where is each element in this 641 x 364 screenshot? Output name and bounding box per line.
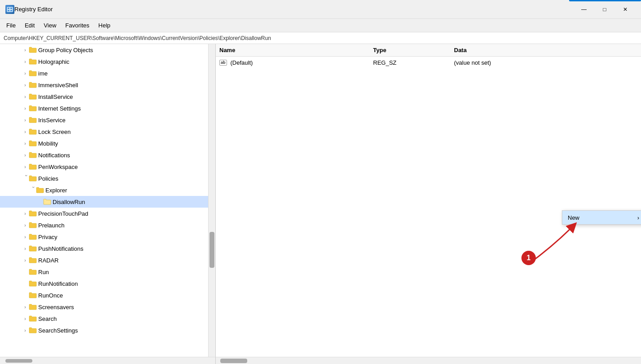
close-button[interactable]: ✕ (615, 2, 636, 17)
maximize-button[interactable]: □ (594, 2, 615, 17)
expand-icon[interactable]: › (22, 327, 29, 334)
expand-icon[interactable]: › (22, 140, 29, 147)
folder-icon (43, 198, 51, 205)
folder-icon (29, 315, 37, 322)
col-name-header: Name (216, 47, 373, 53)
tree-label: IrisService (38, 117, 66, 124)
expand-icon[interactable]: › (22, 116, 29, 124)
right-horizontal-scrollbar[interactable] (216, 357, 641, 364)
folder-icon (29, 93, 37, 100)
tree-label: Mobility (38, 140, 58, 147)
expand-icon[interactable]: › (22, 163, 29, 170)
expand-icon[interactable]: › (22, 315, 29, 322)
tree-panel[interactable]: › Group Policy Objects › Holographic › (0, 44, 216, 364)
tree-item-runonce[interactable]: › RunOnce (0, 289, 215, 301)
context-new-item[interactable]: New › (562, 211, 641, 224)
expand-icon[interactable]: › (22, 257, 29, 264)
right-hscroll-thumb[interactable] (220, 359, 247, 363)
expand-icon[interactable]: › (22, 93, 29, 100)
tree-label: RunOnce (38, 292, 63, 299)
annotation-badge-1: 1 (521, 251, 536, 265)
tree-label: PenWorkspace (38, 164, 78, 170)
expand-icon[interactable]: › (22, 233, 29, 240)
folder-icon (36, 186, 44, 194)
tree-item-search[interactable]: › Search (0, 313, 215, 324)
expand-icon[interactable]: › (22, 245, 29, 252)
col-data-header: Data (454, 47, 641, 53)
app-icon (5, 5, 14, 14)
folder-icon (29, 257, 37, 264)
tree-vertical-scrollbar[interactable] (208, 44, 215, 357)
tree-item-irisservice[interactable]: › IrisService (0, 114, 215, 126)
app-title: Registry Editor (14, 6, 574, 13)
menu-view[interactable]: View (39, 20, 61, 31)
tree-item-internet-settings[interactable]: › Internet Settings (0, 102, 215, 114)
expand-icon[interactable]: › (22, 175, 29, 182)
annotation-1: 1 (521, 251, 536, 265)
expand-icon[interactable]: › (22, 128, 29, 135)
folder-icon (29, 245, 37, 252)
table-row[interactable]: ab (Default) REG_SZ (value not set) (216, 57, 641, 68)
tree-item-searchsettings[interactable]: › SearchSettings (0, 324, 215, 336)
folder-icon (29, 116, 37, 124)
expand-icon[interactable]: › (22, 292, 29, 299)
menu-file[interactable]: File (2, 20, 20, 31)
expand-icon[interactable]: › (22, 222, 29, 229)
menu-help[interactable]: Help (94, 20, 115, 31)
tree-item-notifications[interactable]: › Notifications (0, 149, 215, 161)
expand-icon[interactable]: › (22, 151, 29, 159)
tree-item-installservice[interactable]: › InstallService (0, 91, 215, 102)
expand-icon[interactable]: › (36, 198, 43, 205)
context-new-menu: New › (562, 210, 641, 225)
tree-horizontal-scrollbar[interactable] (0, 357, 215, 364)
expand-icon[interactable]: › (29, 186, 36, 194)
tree-label: Privacy (38, 234, 58, 240)
progress-bar (569, 0, 641, 1)
tree-item-screensavers[interactable]: › Screensavers (0, 301, 215, 313)
folder-icon (29, 140, 37, 147)
expand-icon[interactable]: › (22, 46, 29, 53)
tree-label: PrecisionTouchPad (38, 210, 88, 217)
tree-item-immersiveshell[interactable]: › ImmersiveShell (0, 79, 215, 91)
ab-icon: ab (219, 60, 227, 66)
tree-item-penworkspace[interactable]: › PenWorkspace (0, 161, 215, 173)
folder-icon (29, 268, 37, 275)
tree-label: Internet Settings (38, 105, 81, 112)
tree-item-group-policy[interactable]: › Group Policy Objects (0, 44, 215, 56)
folder-icon (29, 105, 37, 112)
tree-item-precisiontouchpad[interactable]: › PrecisionTouchPad (0, 208, 215, 219)
tree-item-pushnotifications[interactable]: › PushNotifications (0, 243, 215, 254)
expand-icon[interactable]: › (22, 303, 29, 311)
expand-icon[interactable]: › (22, 210, 29, 217)
tree-item-runnotification[interactable]: › RunNotification (0, 278, 215, 289)
folder-icon (29, 233, 37, 240)
address-bar: Computer\HKEY_CURRENT_USER\Software\Micr… (0, 32, 641, 44)
tree-item-ime[interactable]: › ime (0, 67, 215, 79)
tree-label: ime (38, 70, 48, 77)
minimize-button[interactable]: — (574, 2, 594, 17)
expand-icon[interactable]: › (22, 81, 29, 89)
expand-icon[interactable]: › (22, 105, 29, 112)
tree-item-privacy[interactable]: › Privacy (0, 231, 215, 243)
menu-edit[interactable]: Edit (20, 20, 39, 31)
tree-item-holographic[interactable]: › Holographic (0, 56, 215, 67)
tree-item-radar[interactable]: › RADAR (0, 254, 215, 266)
tree-item-policies[interactable]: › Policies (0, 173, 215, 184)
expand-icon[interactable]: › (22, 70, 29, 77)
menu-favorites[interactable]: Favorites (61, 20, 93, 31)
tree-label: InstallService (38, 93, 73, 100)
tree-item-explorer[interactable]: › Explorer (0, 184, 215, 196)
tree-item-prelaunch[interactable]: › Prelaunch (0, 219, 215, 231)
expand-icon[interactable]: › (22, 268, 29, 275)
tree-label: Holographic (38, 58, 69, 65)
tree-item-mobility[interactable]: › Mobility (0, 138, 215, 149)
expand-icon[interactable]: › (22, 280, 29, 287)
expand-icon[interactable]: › (22, 58, 29, 65)
tree-item-disallowrun[interactable]: › DisallowRun (0, 196, 215, 208)
tree-label: Screensavers (38, 304, 74, 311)
tree-scrollbar-thumb[interactable] (209, 232, 214, 268)
tree-label: RADAR (38, 257, 59, 264)
tree-hscroll-thumb[interactable] (5, 359, 32, 363)
tree-item-lock-screen[interactable]: › Lock Screen (0, 126, 215, 138)
tree-item-run[interactable]: › Run (0, 266, 215, 278)
